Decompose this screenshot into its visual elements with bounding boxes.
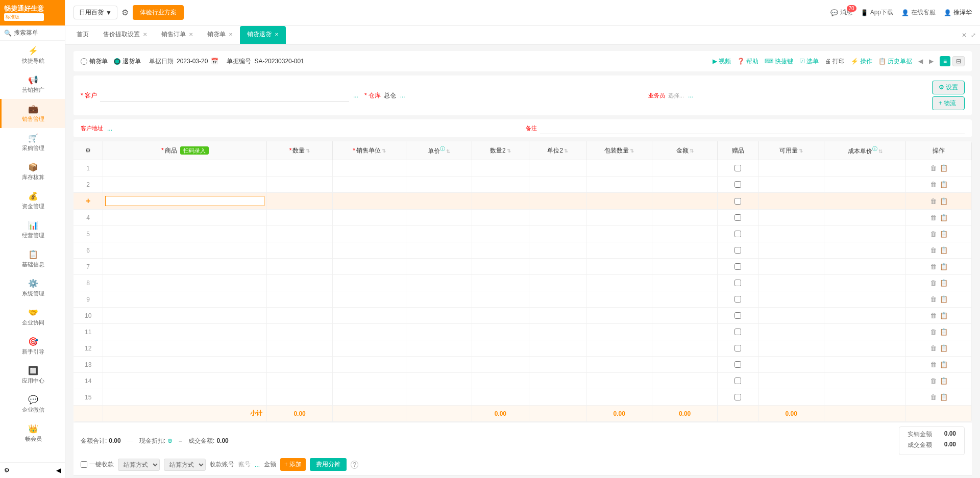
row-available-13[interactable] [758, 357, 824, 373]
delete-icon-1[interactable]: 🗑 [930, 164, 937, 172]
row-unit2-12[interactable] [529, 340, 586, 357]
row-unit-price-3[interactable] [406, 193, 472, 210]
sort-qty-icon[interactable]: ⇅ [306, 148, 310, 154]
tab-home[interactable]: 首页 [69, 26, 96, 44]
delete-icon-3[interactable]: 🗑 [930, 197, 937, 205]
next-record-icon[interactable]: ▶ [929, 58, 934, 65]
row-qty2-12[interactable] [472, 340, 529, 357]
row-available-8[interactable] [758, 275, 824, 291]
remark-input[interactable] [540, 122, 965, 134]
gift-checkbox-13[interactable] [734, 361, 741, 368]
row-qty-6[interactable] [267, 242, 332, 259]
tab-sales-delivery[interactable]: 销货单✕ [200, 26, 240, 44]
gift-checkbox-3[interactable] [734, 198, 741, 205]
row-unit-price-6[interactable] [406, 242, 472, 259]
gift-checkbox-12[interactable] [734, 345, 741, 351]
sort-qty2-icon[interactable]: ⇅ [507, 148, 511, 154]
settings-gear-icon[interactable]: ⚙ [85, 147, 91, 154]
row-qty-4[interactable] [267, 210, 332, 226]
copy-icon-1[interactable]: 📋 [940, 164, 948, 172]
row-cost-price-6[interactable] [824, 242, 906, 259]
row-product-1[interactable] [103, 160, 267, 177]
row-available-2[interactable] [758, 177, 824, 193]
row-sales-unit-13[interactable] [332, 357, 406, 373]
row-unit-price-14[interactable] [406, 373, 472, 389]
row-sales-unit-14[interactable] [332, 373, 406, 389]
row-unit-price-4[interactable] [406, 210, 472, 226]
row-cost-price-13[interactable] [824, 357, 906, 373]
row-unit2-4[interactable] [529, 210, 586, 226]
sidebar-item-enterprise[interactable]: 🤝企业协同 [0, 303, 65, 332]
row-qty2-3[interactable] [472, 193, 529, 210]
row-qty2-10[interactable] [472, 308, 529, 324]
settings-btn[interactable]: ⚙ 设置 [932, 81, 965, 94]
message-btn[interactable]: 💬 消息 70 [830, 8, 852, 17]
gift-checkbox-4[interactable] [734, 214, 741, 221]
copy-icon-13[interactable]: 📋 [940, 361, 948, 368]
sort-unit2-icon[interactable]: ⇅ [564, 148, 568, 154]
row-product-12[interactable] [103, 340, 267, 357]
delete-icon-10[interactable]: 🗑 [930, 312, 937, 319]
collapse-icon[interactable]: ◀ [56, 467, 61, 474]
sidebar-item-enterprise-wechat[interactable]: 💬企业微信 [0, 390, 65, 419]
row-product-2[interactable] [103, 177, 267, 193]
copy-icon-8[interactable]: 📋 [940, 279, 948, 287]
row-gift-4[interactable] [718, 210, 758, 226]
row-gift-12[interactable] [718, 340, 758, 357]
row-cost-price-8[interactable] [824, 275, 906, 291]
one-key-payment-input[interactable] [81, 461, 87, 468]
row-qty-9[interactable] [267, 291, 332, 308]
row-cost-price-9[interactable] [824, 291, 906, 308]
sort-price-icon[interactable]: ⇅ [446, 148, 450, 154]
row-qty-10[interactable] [267, 308, 332, 324]
tab-close-all-icon[interactable]: ✕ [962, 32, 967, 39]
row-unit2-6[interactable] [529, 242, 586, 259]
gift-checkbox-15[interactable] [734, 394, 741, 400]
row-qty-14[interactable] [267, 373, 332, 389]
row-unit-price-11[interactable] [406, 324, 472, 340]
row-sales-unit-11[interactable] [332, 324, 406, 340]
row-qty-15[interactable] [267, 389, 332, 406]
row-available-1[interactable] [758, 160, 824, 177]
row-amount-6[interactable] [652, 242, 717, 259]
row-unit2-7[interactable] [529, 259, 586, 275]
row-amount-1[interactable] [652, 160, 717, 177]
settlement-method-select[interactable]: 结算方式 [118, 459, 160, 471]
delete-icon-6[interactable]: 🗑 [930, 246, 937, 254]
sort-cost-icon[interactable]: ⇅ [878, 148, 883, 154]
copy-icon-2[interactable]: 📋 [940, 181, 948, 188]
row-gift-10[interactable] [718, 308, 758, 324]
logistics-btn[interactable]: + 物流 [932, 96, 965, 110]
row-unit2-9[interactable] [529, 291, 586, 308]
row-cost-price-7[interactable] [824, 259, 906, 275]
row-unit-price-1[interactable] [406, 160, 472, 177]
tab-close-sales-order[interactable]: ✕ [189, 32, 193, 37]
tab-close-sales-return[interactable]: ✕ [275, 32, 279, 37]
calc-method-select[interactable]: 结算方式 [164, 459, 206, 471]
row-qty2-11[interactable] [472, 324, 529, 340]
row-amount-10[interactable] [652, 308, 717, 324]
copy-icon-12[interactable]: 📋 [940, 344, 948, 352]
row-qty2-4[interactable] [472, 210, 529, 226]
radio-return[interactable]: 退货单 [114, 57, 141, 66]
sidebar-item-purchase-mgmt[interactable]: 🛒采购管理 [0, 128, 65, 157]
gift-checkbox-1[interactable] [734, 165, 741, 171]
copy-icon-7[interactable]: 📋 [940, 263, 948, 270]
row-pack-qty-11[interactable] [586, 324, 652, 340]
radio-sale-input[interactable] [81, 58, 87, 65]
row-amount-9[interactable] [652, 291, 717, 308]
row-qty2-8[interactable] [472, 275, 529, 291]
row-cost-price-5[interactable] [824, 226, 906, 242]
video-btn[interactable]: ▶ 视频 [713, 57, 731, 66]
row-amount-15[interactable] [652, 389, 717, 406]
row-cost-price-11[interactable] [824, 324, 906, 340]
row-unit2-13[interactable] [529, 357, 586, 373]
print-btn[interactable]: 🖨 打印 [825, 57, 845, 66]
row-gift-13[interactable] [718, 357, 758, 373]
history-btn[interactable]: 📋 历史单据 [878, 57, 912, 66]
row-unit2-8[interactable] [529, 275, 586, 291]
row-unit-price-15[interactable] [406, 389, 472, 406]
sidebar-item-sales-mgmt[interactable]: 💼销售管理 [0, 99, 65, 128]
row-cost-price-4[interactable] [824, 210, 906, 226]
experience-btn[interactable]: 体验行业方案 [133, 5, 184, 20]
